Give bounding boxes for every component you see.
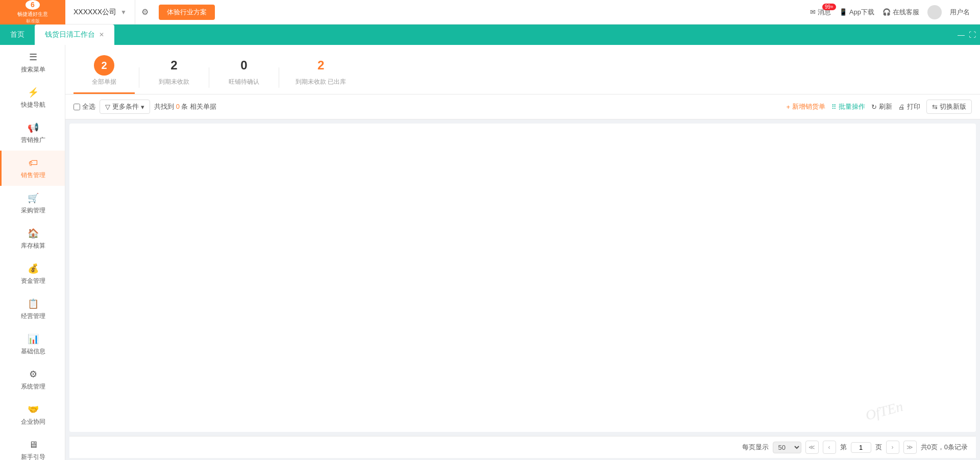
switch-version-button[interactable]: ⇆ 切换新版 bbox=[926, 100, 972, 114]
operation-icon: 📋 bbox=[27, 298, 39, 310]
add-btn-label: 新增销货单 bbox=[792, 102, 825, 111]
refresh-icon: ↻ bbox=[871, 103, 877, 111]
stat-tab-pending[interactable]: 0 旺铺待确认 bbox=[213, 51, 275, 94]
toolbar-right: + 新增销货单 ⠿ 批量操作 ↻ 刷新 🖨 打印 bbox=[786, 100, 972, 114]
next-page-button[interactable]: › bbox=[886, 441, 899, 454]
sidebar-label-newbie: 新手引导 bbox=[21, 453, 45, 460]
stat-tab-overdue[interactable]: 2 到期未收款 bbox=[143, 51, 205, 94]
batch-button[interactable]: ⠿ 批量操作 bbox=[831, 102, 865, 111]
sidebar-item-system[interactable]: ⚙ 系统管理 bbox=[0, 362, 65, 397]
main-layout: ☰ 搜索菜单 ⚡ 快捷导航 📢 营销推广 🏷 销售管理 🛒 采购管理 🏠 库存核… bbox=[0, 45, 980, 460]
header-right: ✉ 消息 99+ 📱 App下载 🎧 在线客服 用户名 bbox=[810, 5, 980, 19]
page-input[interactable] bbox=[851, 442, 871, 453]
first-page-icon: ≪ bbox=[808, 444, 815, 451]
batch-label: 批量操作 bbox=[839, 102, 865, 111]
search-menu-icon: ☰ bbox=[27, 51, 39, 63]
message-button[interactable]: ✉ 消息 99+ bbox=[810, 8, 831, 17]
app-download-button[interactable]: 📱 App下载 bbox=[839, 8, 874, 17]
count-value: 0 bbox=[176, 103, 180, 110]
gear-icon: ⚙ bbox=[141, 7, 149, 17]
sidebar-item-operation[interactable]: 📋 经营管理 bbox=[0, 292, 65, 327]
download-icon: 📱 bbox=[839, 8, 847, 16]
tab-cashwork-label: 钱货日清工作台 bbox=[45, 30, 95, 39]
tab-maximize-icon[interactable]: ⛶ bbox=[969, 31, 976, 39]
logo-sub: 标准版 bbox=[26, 18, 40, 25]
app-download-label: App下载 bbox=[849, 8, 874, 17]
tab-minimize-icon[interactable]: — bbox=[958, 31, 965, 39]
experience-button[interactable]: 体验行业方案 bbox=[159, 5, 215, 20]
content-area: 2 全部单据 2 到期未收款 0 旺铺待确认 2 到期未收款 已出库 bbox=[65, 45, 980, 460]
filter-icon: ▽ bbox=[105, 103, 110, 111]
tab-close-icon[interactable]: ✕ bbox=[99, 31, 104, 38]
chevron-down-icon: ▼ bbox=[120, 9, 127, 16]
stat-number-overdue: 2 bbox=[164, 55, 184, 76]
avatar[interactable] bbox=[927, 5, 942, 19]
pagination-bar: 每页显示 50 10 20 100 ≪ ‹ 第 页 › bbox=[69, 436, 976, 458]
print-label: 打印 bbox=[907, 102, 920, 111]
sidebar-item-inventory[interactable]: 🏠 库存核算 bbox=[0, 221, 65, 256]
sidebar-item-search-menu[interactable]: ☰ 搜索菜单 bbox=[0, 45, 65, 80]
stat-tab-all[interactable]: 2 全部单据 bbox=[74, 51, 135, 94]
stat-label-pending: 旺铺待确认 bbox=[229, 78, 259, 86]
select-all-label[interactable]: 全选 bbox=[74, 102, 95, 111]
more-filters-label: 更多条件 bbox=[112, 102, 139, 111]
content-inner: 2 全部单据 2 到期未收款 0 旺铺待确认 2 到期未收款 已出库 bbox=[65, 45, 980, 460]
more-filters-button[interactable]: ▽ 更多条件 ▾ bbox=[100, 100, 150, 114]
sidebar-label-marketing: 营销推广 bbox=[21, 136, 45, 144]
last-page-icon: ≫ bbox=[906, 444, 913, 451]
sidebar-item-quick-nav[interactable]: ⚡ 快捷导航 bbox=[0, 80, 65, 115]
switch-label: 切换新版 bbox=[940, 102, 966, 111]
page-size-select[interactable]: 50 10 20 100 bbox=[773, 442, 801, 453]
select-all-checkbox[interactable] bbox=[74, 104, 80, 110]
refresh-button[interactable]: ↻ 刷新 bbox=[871, 102, 892, 111]
sidebar-label-basicinfo: 基础信息 bbox=[21, 347, 45, 356]
logo-icon: 6 bbox=[26, 0, 40, 10]
stat-number-overdue-out: 2 bbox=[311, 55, 331, 76]
message-badge: 99+ bbox=[822, 4, 836, 10]
stat-divider-1 bbox=[139, 67, 139, 88]
stat-number-all: 2 bbox=[94, 55, 114, 76]
related-label: 相关单据 bbox=[190, 103, 216, 110]
add-icon: + bbox=[786, 103, 790, 111]
sidebar-item-purchase[interactable]: 🛒 采购管理 bbox=[0, 186, 65, 221]
sidebar: ☰ 搜索菜单 ⚡ 快捷导航 📢 营销推广 🏷 销售管理 🛒 采购管理 🏠 库存核… bbox=[0, 45, 65, 460]
online-service-button[interactable]: 🎧 在线客服 bbox=[883, 8, 919, 17]
sidebar-item-marketing[interactable]: 📢 营销推广 bbox=[0, 115, 65, 151]
sidebar-item-enterprise[interactable]: 🤝 企业协同 bbox=[0, 397, 65, 432]
company-selector[interactable]: XXXXXX公司 ▼ bbox=[65, 0, 135, 25]
sidebar-label-enterprise: 企业协同 bbox=[21, 418, 45, 426]
prev-page-button[interactable]: ‹ bbox=[823, 441, 836, 454]
logo-area: 6 畅捷通好生意 标准版 bbox=[0, 0, 65, 25]
stat-label-all: 全部单据 bbox=[92, 78, 116, 86]
print-button[interactable]: 🖨 打印 bbox=[898, 102, 920, 111]
add-sales-button[interactable]: + 新增销货单 bbox=[786, 102, 825, 111]
gear-button[interactable]: ⚙ bbox=[135, 0, 155, 25]
online-service-label: 在线客服 bbox=[893, 8, 919, 17]
purchase-icon: 🛒 bbox=[27, 192, 39, 204]
top-header: 6 畅捷通好生意 标准版 XXXXXX公司 ▼ ⚙ 体验行业方案 ✉ 消息 99… bbox=[0, 0, 980, 25]
refresh-label: 刷新 bbox=[879, 102, 892, 111]
system-icon: ⚙ bbox=[27, 368, 39, 380]
sidebar-label-inventory: 库存核算 bbox=[21, 241, 45, 250]
sidebar-label-finance: 资金管理 bbox=[21, 277, 45, 285]
logo-text: 畅捷通好生意 bbox=[17, 11, 48, 18]
sidebar-label-system: 系统管理 bbox=[21, 382, 45, 391]
tab-cashwork[interactable]: 钱货日清工作台 ✕ bbox=[35, 25, 114, 45]
batch-icon: ⠿ bbox=[831, 103, 837, 111]
sidebar-item-sales[interactable]: 🏷 销售管理 bbox=[0, 151, 65, 186]
finance-icon: 💰 bbox=[27, 262, 39, 275]
next-page-icon: › bbox=[892, 444, 894, 451]
inventory-icon: 🏠 bbox=[27, 227, 39, 239]
first-page-button[interactable]: ≪ bbox=[805, 441, 819, 454]
stat-tab-overdue-out[interactable]: 2 到期未收款 已出库 bbox=[283, 51, 358, 94]
tab-home[interactable]: 首页 bbox=[0, 25, 35, 45]
page-label: 第 bbox=[840, 443, 847, 452]
stat-tabs: 2 全部单据 2 到期未收款 0 旺铺待确认 2 到期未收款 已出库 bbox=[65, 45, 980, 94]
sidebar-item-basicinfo[interactable]: 📊 基础信息 bbox=[0, 327, 65, 362]
switch-icon: ⇆ bbox=[932, 103, 938, 111]
sidebar-item-newbie[interactable]: 🖥 新手引导 bbox=[0, 432, 65, 460]
tab-actions: — ⛶ bbox=[958, 31, 980, 39]
sidebar-item-finance[interactable]: 💰 资金管理 bbox=[0, 256, 65, 292]
sidebar-label-quick-nav: 快捷导航 bbox=[21, 101, 45, 109]
last-page-button[interactable]: ≫ bbox=[903, 441, 917, 454]
